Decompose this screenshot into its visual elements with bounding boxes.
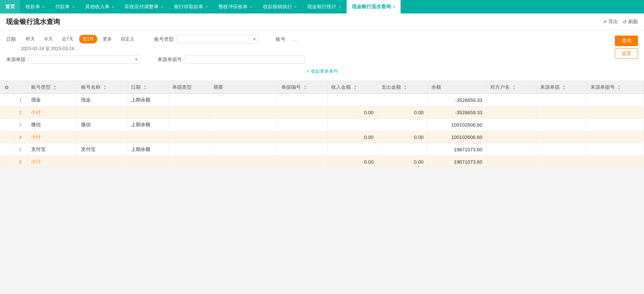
cell-doc-type bbox=[168, 94, 210, 106]
cell-date bbox=[127, 106, 168, 119]
col-income[interactable]: 收入金额 ▲▼ bbox=[327, 81, 377, 94]
header-actions: ↗ 导出 ↺ 刷新 bbox=[603, 18, 638, 25]
col-date[interactable]: 日期 ▲▼ bbox=[127, 81, 168, 94]
source-doc-select[interactable]: ▾ bbox=[29, 55, 141, 64]
cell-doc-no bbox=[278, 94, 327, 106]
col-gear[interactable]: ⚙ bbox=[0, 81, 14, 94]
cell-balance: 19871073.60 bbox=[428, 156, 486, 168]
cell-doc-type bbox=[168, 119, 210, 131]
cell-gear bbox=[0, 94, 14, 106]
col-source-doc[interactable]: 来源单据 ▲▼ bbox=[536, 81, 586, 94]
col-expense[interactable]: 支出金额 ▲▼ bbox=[377, 81, 427, 94]
query-button[interactable]: 查询 bbox=[615, 36, 638, 46]
close-icon[interactable]: × bbox=[42, 0, 45, 13]
collapse-bar[interactable]: ∧ 收起更多条件 bbox=[6, 67, 638, 76]
close-icon[interactable]: × bbox=[72, 0, 74, 13]
refresh-button[interactable]: ↺ 刷新 bbox=[623, 18, 638, 25]
cell-account-type: 支付宝 bbox=[27, 143, 77, 156]
nav-home[interactable]: 首页 bbox=[0, 0, 20, 13]
date-opt-yesterday[interactable]: 昨天 bbox=[23, 35, 38, 43]
cell-counterpart bbox=[486, 156, 536, 168]
cell-gear bbox=[0, 119, 14, 131]
date-opt-7days[interactable]: 近7天 bbox=[59, 35, 77, 43]
cell-counterpart bbox=[486, 119, 536, 131]
cell-row-num: 1 bbox=[14, 94, 27, 106]
cell-counterpart bbox=[486, 94, 536, 106]
cell-doc-type bbox=[168, 131, 210, 143]
cell-row-num: 4 bbox=[14, 131, 27, 143]
close-icon[interactable]: × bbox=[339, 0, 341, 13]
cell-summary bbox=[210, 143, 278, 156]
cell-counterpart bbox=[486, 106, 536, 119]
close-icon[interactable]: × bbox=[112, 0, 114, 13]
account-type-select[interactable]: ▾ bbox=[177, 35, 259, 43]
cell-date bbox=[127, 131, 168, 143]
cell-account-name: 微信 bbox=[77, 119, 127, 131]
close-icon[interactable]: × bbox=[161, 0, 163, 13]
cell-expense bbox=[377, 143, 427, 156]
cell-doc-no bbox=[278, 106, 327, 119]
table-row: 6小计0.000.0019871073.60 bbox=[0, 156, 644, 168]
nav-receipt[interactable]: 收款单 × bbox=[20, 0, 50, 13]
close-icon[interactable]: × bbox=[250, 0, 252, 13]
cell-balance: 100102606.60 bbox=[428, 119, 486, 131]
nav-collection[interactable]: 收款核销执行 × bbox=[258, 0, 302, 13]
col-doc-no[interactable]: 单据编号 ▲▼ bbox=[278, 81, 327, 94]
export-button[interactable]: ↗ 导出 bbox=[603, 18, 618, 25]
source-doc-no-input[interactable] bbox=[185, 55, 305, 64]
nav-adjustment[interactable]: 应收应付调整单 × bbox=[119, 0, 168, 13]
cell-expense: 0.00 bbox=[377, 156, 427, 168]
cell-account-name bbox=[77, 106, 127, 119]
chevron-down-icon: ▾ bbox=[135, 57, 138, 62]
cell-balance: 100102606.60 bbox=[428, 131, 486, 143]
cell-source-doc bbox=[536, 119, 586, 131]
cell-doc-type bbox=[168, 156, 210, 168]
close-icon[interactable]: × bbox=[294, 0, 297, 13]
date-opt-today[interactable]: 今天 bbox=[41, 35, 56, 43]
date-opt-custom[interactable]: 自定义 bbox=[117, 35, 138, 43]
nav-cash-flow[interactable]: 现金银行流水查询 × bbox=[347, 0, 401, 13]
cell-source-doc bbox=[536, 131, 586, 143]
cell-income: 0.00 bbox=[327, 131, 377, 143]
cell-row-num: 5 bbox=[14, 143, 27, 156]
cell-gear bbox=[0, 143, 14, 156]
cell-expense bbox=[377, 119, 427, 131]
account-more-button[interactable]: ... bbox=[292, 36, 299, 43]
cell-source-doc bbox=[536, 106, 586, 119]
cell-income bbox=[327, 119, 377, 131]
cell-row-num: 2 bbox=[14, 106, 27, 119]
date-opt-1month[interactable]: 近1月 bbox=[79, 35, 98, 43]
cell-account-name: 现金 bbox=[77, 94, 127, 106]
nav-payment[interactable]: 付款单 × bbox=[50, 0, 80, 13]
cell-doc-type bbox=[168, 106, 210, 119]
cell-income bbox=[327, 94, 377, 106]
refresh-icon: ↺ bbox=[623, 19, 627, 25]
data-table: ⚙ 账号类型 ▲▼ 账号名称 ▲▼ 日期 ▲▼ 单据类型 摘要 单据编号 ▲▼ … bbox=[0, 81, 644, 168]
date-opt-more[interactable]: 更多 bbox=[99, 35, 115, 43]
table-row: 1现金现金上期余额-3528659.33 bbox=[0, 94, 644, 106]
account-label: 账号 bbox=[276, 36, 289, 43]
cell-account-type: 小计 bbox=[27, 156, 77, 168]
col-account-type[interactable]: 账号类型 ▲▼ bbox=[27, 81, 77, 94]
cell-income: 0.00 bbox=[327, 106, 377, 119]
nav-prepay[interactable]: 预收冲应收单 × bbox=[213, 0, 257, 13]
close-icon[interactable]: × bbox=[206, 0, 208, 13]
close-icon[interactable]: × bbox=[393, 0, 395, 13]
export-icon: ↗ bbox=[603, 19, 607, 25]
nav-bank-deposit[interactable]: 银行存取款单 × bbox=[169, 0, 213, 13]
col-account-name[interactable]: 账号名称 ▲▼ bbox=[77, 81, 127, 94]
cell-summary bbox=[210, 119, 278, 131]
table-row: 2小计0.000.00-3528659.33 bbox=[0, 106, 644, 119]
cell-income: 0.00 bbox=[327, 156, 377, 168]
col-source-doc-no[interactable]: 来源单据号 ▲▼ bbox=[586, 81, 644, 94]
cell-summary bbox=[210, 156, 278, 168]
cell-source-doc-no bbox=[586, 143, 644, 156]
nav-cash-stats[interactable]: 现金银行统计 × bbox=[302, 0, 346, 13]
col-counterpart[interactable]: 对方户名 ▲▼ bbox=[486, 81, 536, 94]
setting-button[interactable]: 设置 bbox=[615, 48, 638, 59]
cell-doc-no bbox=[278, 143, 327, 156]
cell-source-doc bbox=[536, 143, 586, 156]
nav-other-income[interactable]: 其他收入单 × bbox=[80, 0, 119, 13]
table-row: 4小计0.000.00100102606.60 bbox=[0, 131, 644, 143]
date-options: 昨天 今天 近7天 近1月 更多 自定义 bbox=[23, 35, 138, 43]
